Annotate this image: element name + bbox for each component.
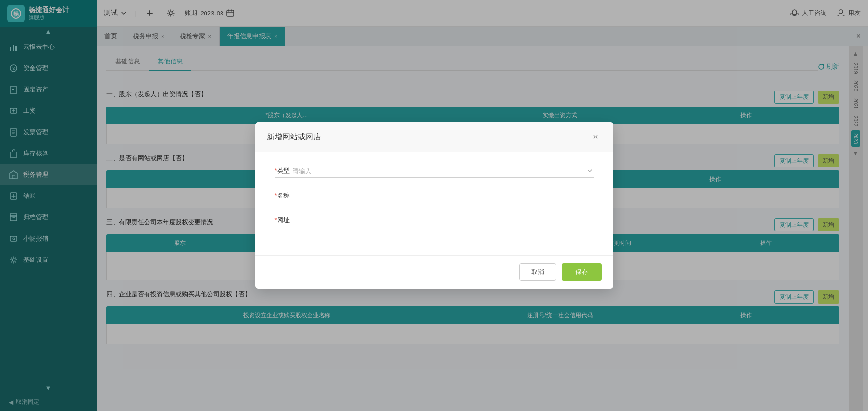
dialog-footer: 取消 保存 (255, 255, 613, 289)
dialog-close-button[interactable]: × (590, 131, 602, 143)
type-dropdown-icon[interactable] (586, 167, 594, 175)
type-label-text: 类型 (277, 167, 290, 174)
type-field-wrap: *类型 (275, 167, 594, 178)
name-label-text: 名称 (277, 192, 290, 199)
dialog-header: 新增网站或网店 × (255, 122, 613, 152)
url-field-wrap: *网址 (275, 216, 594, 227)
save-button[interactable]: 保存 (562, 263, 602, 281)
url-input[interactable] (293, 217, 594, 224)
type-label: *类型 (275, 167, 290, 175)
form-row-url: *网址 (275, 216, 594, 227)
form-row-name: *名称 (275, 191, 594, 202)
name-label: *名称 (275, 191, 290, 200)
url-label-text: 网址 (277, 216, 290, 224)
dialog-body: *类型 *名称 *网址 (255, 152, 613, 255)
cancel-button[interactable]: 取消 (519, 263, 556, 281)
form-row-type: *类型 (275, 167, 594, 178)
add-website-dialog: 新增网站或网店 × *类型 *名称 (255, 122, 613, 289)
type-input[interactable] (293, 167, 586, 175)
dialog-title: 新增网站或网店 (267, 132, 321, 142)
name-field-wrap: *名称 (275, 191, 594, 202)
url-label: *网址 (275, 216, 290, 225)
dialog-overlay: 新增网站或网店 × *类型 *名称 (0, 0, 868, 411)
name-input[interactable] (293, 192, 594, 199)
